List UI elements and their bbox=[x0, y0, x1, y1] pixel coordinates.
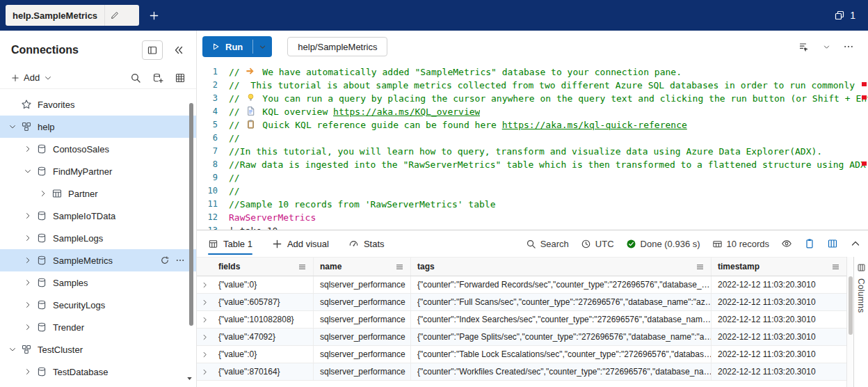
chevron-right-icon[interactable] bbox=[21, 234, 35, 242]
code-line[interactable]: 6// bbox=[197, 132, 868, 145]
tree-item-samplemetrics[interactable]: SampleMetrics bbox=[0, 249, 196, 271]
column-menu-icon[interactable] bbox=[298, 262, 307, 271]
grid-scrollbar-thumb[interactable] bbox=[849, 276, 853, 335]
more-options-icon[interactable] bbox=[839, 37, 858, 56]
tree-item-testcluster[interactable]: TestCluster bbox=[0, 338, 196, 361]
chevron-right-icon[interactable] bbox=[36, 189, 50, 198]
copy-results-icon[interactable] bbox=[804, 238, 815, 249]
chevron-down-icon[interactable] bbox=[6, 345, 19, 354]
search-results-button[interactable]: Search bbox=[526, 239, 569, 249]
tree-item-trender[interactable]: Trender bbox=[0, 316, 196, 338]
chevron-down-icon[interactable] bbox=[21, 167, 35, 175]
grid-scrollbar[interactable] bbox=[846, 257, 853, 387]
code-line[interactable]: 13| take 10 bbox=[197, 224, 868, 230]
column-header-timestamp[interactable]: timestamp bbox=[712, 258, 846, 276]
code-line[interactable]: 3// You can run a query by placing the c… bbox=[197, 92, 868, 105]
chevron-right-icon[interactable] bbox=[21, 368, 35, 376]
run-options-button[interactable] bbox=[253, 36, 272, 57]
tree-item-label: Trender bbox=[53, 322, 84, 333]
add-database-button[interactable] bbox=[147, 68, 168, 88]
run-button[interactable]: Run bbox=[202, 36, 272, 57]
cell-fields: {"value":101082808} bbox=[212, 311, 314, 328]
tree-item-favorites[interactable]: Favorites bbox=[0, 93, 196, 116]
tree-item-securitylogs[interactable]: SecurityLogs bbox=[0, 294, 196, 316]
code-line[interactable]: 8//Raw data is ingested into the "RawSer… bbox=[197, 158, 868, 171]
table-row[interactable]: {"value":101082808}sqlserver_performance… bbox=[197, 311, 846, 329]
new-tab-button[interactable] bbox=[149, 10, 159, 21]
table-row[interactable]: {"value":605787}sqlserver_performance{"c… bbox=[197, 294, 846, 311]
scrollbar-thumb[interactable] bbox=[189, 103, 193, 326]
tree-item-samples[interactable]: Samples bbox=[0, 271, 196, 294]
row-expand-icon[interactable] bbox=[201, 351, 209, 358]
code-text: // We have automatically added "SampleMe… bbox=[229, 65, 682, 79]
code-line[interactable]: 7//In this tutorial, you will learn how … bbox=[197, 145, 868, 158]
column-header-fields[interactable]: fields bbox=[212, 258, 314, 276]
expand-view-icon[interactable] bbox=[827, 238, 838, 249]
query-tab[interactable]: help.SampleMetrics bbox=[6, 5, 139, 26]
collapse-pane-button[interactable] bbox=[168, 40, 189, 60]
search-connections-button[interactable] bbox=[125, 68, 146, 88]
add-connection-button[interactable]: Add bbox=[7, 70, 56, 86]
row-expand-icon[interactable] bbox=[201, 316, 209, 324]
preview-eye-icon[interactable] bbox=[781, 238, 792, 249]
column-header-tags[interactable]: tags bbox=[411, 258, 712, 276]
tree-item-sampleiotdata[interactable]: SampleIoTData bbox=[0, 205, 196, 227]
chevron-right-icon[interactable] bbox=[21, 278, 35, 287]
table-row[interactable]: {"value":870164}sqlserver_performance{"c… bbox=[197, 363, 846, 381]
chevron-right-icon[interactable] bbox=[21, 212, 35, 220]
tree-item-partner[interactable]: Partner bbox=[0, 182, 196, 205]
record-count: 10 records bbox=[712, 239, 769, 249]
code-line[interactable]: 10// bbox=[197, 184, 868, 198]
error-marker bbox=[862, 82, 867, 86]
tree-item-contososales[interactable]: ContosoSales bbox=[0, 138, 196, 160]
table-row[interactable]: {"value":47092}sqlserver_performance{"co… bbox=[197, 329, 846, 346]
sidebar-scrollbar[interactable] bbox=[189, 103, 193, 370]
play-icon bbox=[211, 42, 220, 52]
chevron-down-icon[interactable] bbox=[6, 123, 19, 131]
row-expand-icon[interactable] bbox=[201, 281, 209, 289]
column-menu-icon[interactable] bbox=[696, 262, 705, 271]
collapse-results-icon[interactable] bbox=[850, 238, 861, 249]
column-menu-icon[interactable] bbox=[395, 262, 404, 271]
tab-stats-label: Stats bbox=[364, 239, 385, 249]
code-line[interactable]: 1// We have automatically added "SampleM… bbox=[197, 65, 868, 79]
format-query-icon[interactable] bbox=[794, 37, 814, 56]
rename-tab-button[interactable] bbox=[104, 5, 124, 26]
scroll-down-icon[interactable] bbox=[185, 374, 194, 383]
chevron-right-icon[interactable] bbox=[21, 323, 35, 331]
code-text: //Sample 10 records from 'RawServerMetri… bbox=[229, 198, 496, 211]
code-line[interactable]: 2// This tutorial is about sample metric… bbox=[197, 79, 868, 92]
add-visual-button[interactable]: Add visual bbox=[272, 230, 329, 257]
table-row[interactable]: {"value":0}sqlserver_performance{"counte… bbox=[197, 276, 846, 294]
tree-item-help[interactable]: help bbox=[0, 116, 196, 138]
column-menu-icon[interactable] bbox=[831, 262, 840, 271]
tree-item-testdatabase[interactable]: TestDatabase bbox=[0, 361, 196, 383]
open-tabs-icon[interactable] bbox=[834, 10, 845, 21]
code-line[interactable]: 4// KQL overview https://aka.ms/KQL_over… bbox=[197, 105, 868, 118]
chevron-right-icon[interactable] bbox=[21, 301, 35, 309]
row-expand-icon[interactable] bbox=[201, 299, 209, 306]
table-row[interactable]: {"value":0}sqlserver_performance{"counte… bbox=[197, 346, 846, 363]
tab-stats[interactable]: Stats bbox=[348, 230, 385, 257]
more-options-icon[interactable] bbox=[175, 255, 185, 265]
query-scope[interactable]: help/SampleMetrics bbox=[287, 37, 387, 56]
code-text: // Quick KQL reference guide can be foun… bbox=[229, 118, 687, 132]
columns-panel-toggle[interactable]: Columns bbox=[853, 257, 868, 387]
chevron-down-icon[interactable] bbox=[817, 37, 836, 56]
timezone-button[interactable]: UTC bbox=[581, 239, 614, 249]
query-editor[interactable]: 1// We have automatically added "SampleM… bbox=[197, 63, 868, 230]
chevron-right-icon[interactable] bbox=[21, 256, 35, 264]
tree-item-findmypartner[interactable]: FindMyPartner bbox=[0, 160, 196, 182]
code-line[interactable]: 12RawServerMetrics bbox=[197, 211, 868, 224]
code-line[interactable]: 9// bbox=[197, 171, 868, 184]
chevron-right-icon[interactable] bbox=[21, 145, 35, 153]
column-header-name[interactable]: name bbox=[314, 258, 411, 276]
code-line[interactable]: 5// Quick KQL reference guide can be fou… bbox=[197, 118, 868, 132]
code-line[interactable]: 11//Sample 10 records from 'RawServerMet… bbox=[197, 198, 868, 211]
row-expand-icon[interactable] bbox=[201, 333, 209, 341]
row-expand-icon[interactable] bbox=[201, 368, 209, 376]
pane-view-button[interactable] bbox=[142, 40, 163, 60]
tree-item-samplelogs[interactable]: SampleLogs bbox=[0, 227, 196, 249]
tab-table1[interactable]: Table 1 bbox=[208, 230, 252, 257]
table-browser-button[interactable] bbox=[170, 68, 191, 88]
